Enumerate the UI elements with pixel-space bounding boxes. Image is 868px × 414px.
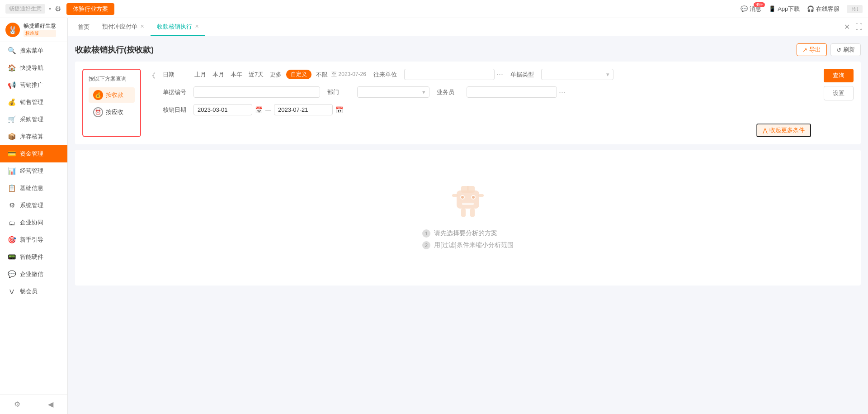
logo-text: 畅捷通好生意 [5, 4, 45, 14]
date-btn-more[interactable]: 更多 [268, 70, 283, 80]
sidebar-item-basic-info[interactable]: 📋 基础信息 [0, 180, 67, 197]
export-icon: ↗ [802, 47, 807, 53]
doc-type-dropdown[interactable]: ▾ [541, 69, 613, 80]
dept-label: 部门 [327, 88, 350, 96]
sidebar-item-label: 营销推广 [20, 81, 43, 89]
sidebar-item-system[interactable]: ⚙ 系统管理 [0, 197, 67, 214]
date-btn-this-year[interactable]: 本年 [229, 70, 244, 80]
sidebar-item-sales[interactable]: 💰 销售管理 [0, 94, 67, 111]
sidebar-item-finance[interactable]: 💳 资金管理 [0, 145, 67, 162]
writeoff-date-range: 📅 — 📅 [193, 104, 343, 115]
writeoff-end-input[interactable] [274, 104, 333, 115]
collapse-more-btn[interactable]: ⋀ 收起更多条件 [756, 124, 811, 137]
counterpart-input[interactable] [404, 69, 495, 80]
sidebar-item-label: 快捷导航 [20, 64, 43, 72]
svg-rect-7 [462, 203, 474, 205]
writeoff-end-cal-icon[interactable]: 📅 [335, 106, 343, 114]
expand-icon[interactable]: ⛶ [854, 21, 864, 33]
date-range-to: 至 2023-07-26 [331, 71, 366, 78]
sidebar-item-label: 搜索菜单 [20, 47, 43, 55]
doc-num-input[interactable] [193, 86, 320, 98]
tip-2-text: 用[过滤]条件来缩小分析范围 [434, 241, 514, 249]
sidebar-item-wechat[interactable]: 💬 企业微信 [0, 266, 67, 283]
empty-tip-2: 2 用[过滤]条件来缩小分析范围 [422, 241, 514, 249]
member-icon: V [7, 288, 16, 295]
tab-bar-right: ✕ ⛶ [842, 21, 864, 33]
tab-home[interactable]: 首页 [71, 18, 96, 36]
sidebar-item-label: 新手引导 [20, 236, 43, 244]
sidebar-item-label: 销售管理 [20, 98, 43, 106]
gear-icon[interactable]: ⚙ [55, 5, 61, 13]
sidebar-item-hardware[interactable]: 📟 智能硬件 [0, 248, 67, 266]
empty-tips: 1 请先选择要分析的方案 2 用[过滤]条件来缩小分析范围 [422, 229, 514, 249]
svg-point-6 [472, 196, 475, 199]
filter-option-by-receivable[interactable]: ⏰ 按应收 [89, 105, 135, 120]
settings-bottom-icon[interactable]: ⚙ [10, 398, 24, 410]
sidebar-item-label: 经营管理 [20, 167, 43, 175]
export-button[interactable]: ↗ 导出 [797, 43, 827, 56]
sidebar-item-label: 资金管理 [20, 150, 43, 158]
sidebar-item-marketing[interactable]: 📢 营销推广 [0, 76, 67, 94]
receipt-option-icon: 💰 [93, 90, 103, 100]
sales-icon: 💰 [7, 98, 16, 106]
tab-writeoff-close[interactable]: ✕ [195, 24, 199, 29]
date-btn-7days[interactable]: 近7天 [247, 70, 265, 80]
writeoff-start-input[interactable] [193, 104, 252, 115]
filter-row-3: 核销日期 📅 — 📅 [163, 104, 811, 115]
brand-info: 畅捷通好生意 标准版 [24, 23, 56, 37]
main-layout: 🐰 畅捷通好生意 标准版 🔍 搜索菜单 🏠 快捷导航 📢 营销推广 💰 销售管理… [0, 18, 868, 414]
collapse-sidebar-icon[interactable]: ◀ [44, 398, 57, 410]
sidebar-item-guide[interactable]: 🎯 新手引导 [0, 231, 67, 248]
content-area: 首页 预付冲应付单 ✕ 收款核销执行 ✕ ✕ ⛶ 收款核销执行(按收款) ↗ [68, 18, 868, 414]
brand-name: 畅捷通好生意 [24, 23, 56, 30]
message-btn[interactable]: 💬 消息 99+ [741, 5, 761, 13]
writeoff-start-cal-icon[interactable]: 📅 [255, 106, 263, 114]
sidebar-item-collab[interactable]: 🗂 企业协同 [0, 214, 67, 231]
tab-prepay-close[interactable]: ✕ [140, 24, 144, 29]
sidebar-item-label: 企业微信 [20, 270, 43, 278]
marketing-icon: 📢 [7, 81, 16, 89]
online-service-btn[interactable]: 🎧 在线客服 [807, 5, 840, 13]
svg-point-5 [461, 196, 464, 199]
tip-1-text: 请先选择要分析的方案 [434, 229, 497, 238]
doc-num-label: 单据编号 [163, 88, 186, 96]
empty-state: 1 请先选择要分析的方案 2 用[过滤]条件来缩小分析范围 [75, 150, 861, 276]
refresh-button[interactable]: ↺ 刷新 [830, 43, 861, 56]
settings-button[interactable]: 设置 [824, 86, 854, 100]
date-btn-this-month[interactable]: 本月 [211, 70, 226, 80]
top-bar-right: 💬 消息 99+ 📱 App下载 🎧 在线客服 Rit [741, 5, 863, 13]
filter-more-row: ⋀ 收起更多条件 [163, 124, 811, 137]
app-icon: 📱 [769, 5, 776, 12]
finance-icon: 💳 [7, 150, 16, 158]
filter-option-by-receipt[interactable]: 💰 按收款 [89, 87, 135, 103]
svg-rect-9 [478, 194, 484, 197]
date-btn-custom[interactable]: 自定义 [286, 70, 311, 79]
app-download-btn[interactable]: 📱 App下载 [769, 5, 800, 13]
counterpart-more-icon[interactable]: ··· [496, 70, 503, 79]
sidebar-item-inventory[interactable]: 📦 库存核算 [0, 128, 67, 145]
sidebar-item-operations[interactable]: 📊 经营管理 [0, 162, 67, 180]
date-range-dash: — [265, 106, 271, 113]
dept-dropdown[interactable]: ▾ [357, 86, 429, 98]
industry-btn[interactable]: 体验行业方案 [66, 3, 114, 15]
tab-writeoff[interactable]: 收款核销执行 ✕ [151, 18, 205, 36]
tab-prepay[interactable]: 预付冲应付单 ✕ [96, 18, 151, 36]
date-btn-last-month[interactable]: 上月 [193, 70, 208, 80]
date-label: 日期 [163, 71, 185, 79]
sidebar-item-label: 系统管理 [20, 201, 43, 209]
staff-more-icon[interactable]: ··· [559, 87, 566, 97]
empty-tip-1: 1 请先选择要分析的方案 [422, 229, 514, 238]
collapse-filter-icon[interactable]: 《 [146, 70, 157, 83]
sidebar-item-member[interactable]: V 畅会员 [0, 283, 67, 300]
filter-option-label: 按收款 [106, 91, 123, 99]
query-button[interactable]: 查询 [824, 69, 854, 82]
user-info[interactable]: Rit [847, 5, 863, 13]
staff-input[interactable] [467, 86, 557, 98]
sidebar-item-search[interactable]: 🔍 搜索菜单 [0, 42, 67, 59]
sidebar-bottom: ⚙ ◀ [0, 394, 67, 414]
close-window-icon[interactable]: ✕ [842, 21, 852, 33]
top-bar: 畅捷通好生意 ▾ ⚙ 体验行业方案 💬 消息 99+ 📱 App下载 🎧 在线客… [0, 0, 868, 18]
sidebar-item-purchase[interactable]: 🛒 采购管理 [0, 111, 67, 128]
sidebar-item-quicknav[interactable]: 🏠 快捷导航 [0, 59, 67, 76]
page-title: 收款核销执行(按收款) [75, 44, 154, 55]
